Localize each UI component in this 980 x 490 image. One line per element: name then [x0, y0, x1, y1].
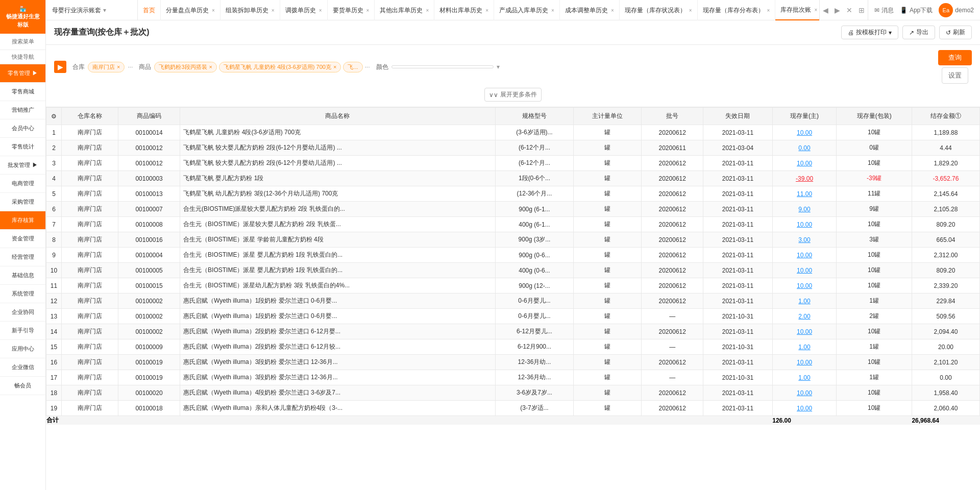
row-qty-main[interactable]: 1.00	[772, 293, 837, 309]
sidebar-item-marketing[interactable]: 营销推广	[0, 101, 45, 119]
close-tab-icon[interactable]: ×	[426, 8, 429, 13]
sidebar-item-inventory[interactable]: 库存核算	[0, 211, 45, 230]
sidebar-item-member[interactable]: 会员中心	[0, 119, 45, 138]
close-tab-icon[interactable]: ×	[767, 8, 770, 13]
logo-line2: 标版	[3, 21, 43, 29]
row-qty-main[interactable]: 1.00	[772, 370, 837, 385]
expand-more-button[interactable]: ∨∨ 展开更多条件	[484, 88, 542, 102]
color-select-area[interactable]	[391, 65, 494, 68]
tab-transfer-history[interactable]: 调拨单历史 ×	[280, 0, 328, 20]
product-tag-1[interactable]: 飞鹤奶粉3段丙搭装 ×	[154, 62, 217, 72]
row-qty-main[interactable]: 1.00	[772, 339, 837, 355]
row-warehouse: 南岸门店	[62, 278, 118, 293]
row-qty-main[interactable]: 10.00	[772, 217, 837, 232]
sidebar-item-finance[interactable]: 资金管理	[0, 230, 45, 248]
export-label: 导出	[916, 28, 928, 37]
nav-prev-icon[interactable]: ◀	[820, 6, 831, 14]
row-qty-main[interactable]: 10.00	[772, 125, 837, 140]
tab-material-outbound[interactable]: 材料出库单历史 ×	[434, 0, 494, 20]
sidebar-item-wholesale[interactable]: 批发管理 ▶	[0, 156, 45, 175]
row-qty-main[interactable]: -39.00	[772, 171, 837, 186]
row-code: 00100012	[118, 156, 180, 171]
sidebar-item-apps[interactable]: 应用中心	[0, 340, 45, 358]
row-qty-main[interactable]: 10.00	[772, 156, 837, 171]
tab-cost-adjust[interactable]: 成本调整单历史 ×	[560, 0, 620, 20]
query-button[interactable]: 查询	[938, 50, 972, 65]
product-more-icon[interactable]: ···	[365, 63, 370, 70]
warehouse-tag-close[interactable]: ×	[117, 64, 120, 70]
row-batch: 20200611	[642, 140, 703, 156]
sidebar-item-system[interactable]: 系统管理	[0, 285, 45, 303]
app-download-label: App下载	[910, 6, 933, 15]
row-qty-main[interactable]: 0.00	[772, 140, 837, 156]
print-button[interactable]: 🖨 按模板打印 ▾	[841, 26, 898, 39]
sidebar-item-retail-mgmt[interactable]: 零售管理 ▶	[0, 64, 45, 83]
close-tab-icon[interactable]: ×	[551, 8, 554, 13]
col-settings[interactable]: ⚙	[46, 108, 62, 125]
tab-batch-ledger[interactable]: 库存批次账 ×	[775, 0, 819, 20]
app-download-button[interactable]: 📱 App下载	[900, 6, 933, 15]
row-qty-main[interactable]: 11.00	[772, 186, 837, 202]
expand-tabs-icon[interactable]: ⊞	[855, 6, 868, 14]
tab-home[interactable]: 首页	[138, 0, 161, 20]
row-qty-main[interactable]: 10.00	[772, 324, 837, 339]
table-container: ⚙ 仓库名称 商品编码 商品名称 规格型号 主计量单位 批号 失效日期 现存量(…	[46, 107, 980, 490]
row-qty-main[interactable]: 10.00	[772, 401, 837, 416]
workspace-selector[interactable]: 母婴行业演示账套 ▾	[46, 0, 138, 20]
close-tab-icon[interactable]: ×	[485, 8, 488, 13]
close-tab-button[interactable]: ✕	[843, 6, 855, 14]
tab-inventory-status[interactable]: 现存量（库存状况表） ×	[620, 0, 698, 20]
product-tag-2[interactable]: 飞鹤星飞帆 儿童奶粉 4段(3-6岁适用) 700克 ×	[219, 62, 341, 72]
sidebar-item-retail-mall[interactable]: 零售商城	[0, 83, 45, 101]
sidebar-item-wechat[interactable]: 企业微信	[0, 358, 45, 377]
row-qty-main[interactable]: 10.00	[772, 278, 837, 293]
search-menu[interactable]: 搜索菜单	[0, 34, 45, 50]
tab-finished-goods[interactable]: 产成品入库单历史 ×	[494, 0, 560, 20]
refresh-button[interactable]: ↺ 刷新	[939, 26, 972, 39]
tab-other-outbound[interactable]: 其他出库单历史 ×	[375, 0, 434, 20]
row-qty-main[interactable]: 10.00	[772, 355, 837, 370]
message-button[interactable]: ✉ 消息	[874, 6, 894, 15]
sidebar-item-enterprise[interactable]: 企业协同	[0, 303, 45, 322]
tab-requisition-history[interactable]: 要货单历史 ×	[328, 0, 375, 20]
row-qty-main[interactable]: 9.00	[772, 202, 837, 217]
color-arrow-icon[interactable]: ▾	[497, 63, 500, 70]
close-tab-icon[interactable]: ×	[319, 8, 322, 13]
row-spec: 400g (6-1...	[495, 217, 574, 232]
row-qty-main[interactable]: 2.00	[772, 309, 837, 324]
row-qty-main[interactable]: 10.00	[772, 248, 837, 263]
warehouse-tag[interactable]: 南岸门店 ×	[88, 62, 125, 72]
row-qty-main[interactable]: 10.00	[772, 263, 837, 278]
nav-next-icon[interactable]: ▶	[831, 6, 843, 14]
close-tab-icon[interactable]: ×	[212, 8, 215, 13]
export-button[interactable]: ↗ 导出	[902, 26, 935, 39]
close-tab-icon[interactable]: ×	[272, 8, 275, 13]
user-menu[interactable]: Ea demo2	[939, 3, 974, 17]
sidebar-item-guide[interactable]: 新手引导	[0, 322, 45, 340]
sidebar-item-retail-stats[interactable]: 零售统计	[0, 138, 45, 156]
row-qty-main[interactable]: 3.00	[772, 232, 837, 248]
settings-button[interactable]: 设置	[942, 67, 968, 84]
sidebar-item-ecommerce[interactable]: 电商管理	[0, 175, 45, 193]
row-qty-pkg: 10罐	[837, 156, 912, 171]
row-qty-main[interactable]: 10.00	[772, 385, 837, 401]
tab-inventory-dist[interactable]: 现存量（库存分布表） ×	[698, 0, 776, 20]
sidebar-item-member2[interactable]: 畅会员	[0, 377, 45, 395]
close-tab-icon[interactable]: ×	[366, 8, 370, 13]
close-tab-icon[interactable]: ×	[689, 8, 692, 13]
warehouse-more-icon[interactable]: ···	[128, 63, 133, 70]
filter-expand-button[interactable]: ▶	[54, 61, 66, 73]
tab-assembly-history[interactable]: 组装拆卸单历史 ×	[220, 0, 280, 20]
row-expire: 2021-03-11	[703, 202, 773, 217]
product-tag-2-close[interactable]: ×	[333, 64, 336, 70]
product-tag-more[interactable]: 飞...	[343, 62, 362, 72]
sidebar-item-basic-info[interactable]: 基础信息	[0, 266, 45, 285]
sidebar-item-operations[interactable]: 经营管理	[0, 248, 45, 266]
product-tag-1-close[interactable]: ×	[209, 64, 212, 70]
row-batch: 20200612	[642, 217, 703, 232]
close-tab-icon[interactable]: ×	[611, 8, 614, 13]
close-tab-icon[interactable]: ×	[814, 7, 817, 13]
sidebar-item-purchase[interactable]: 采购管理	[0, 193, 45, 211]
tab-partial-inventory[interactable]: 分量盘点单历史 ×	[161, 0, 220, 20]
quick-nav[interactable]: 快捷导航	[0, 50, 45, 64]
